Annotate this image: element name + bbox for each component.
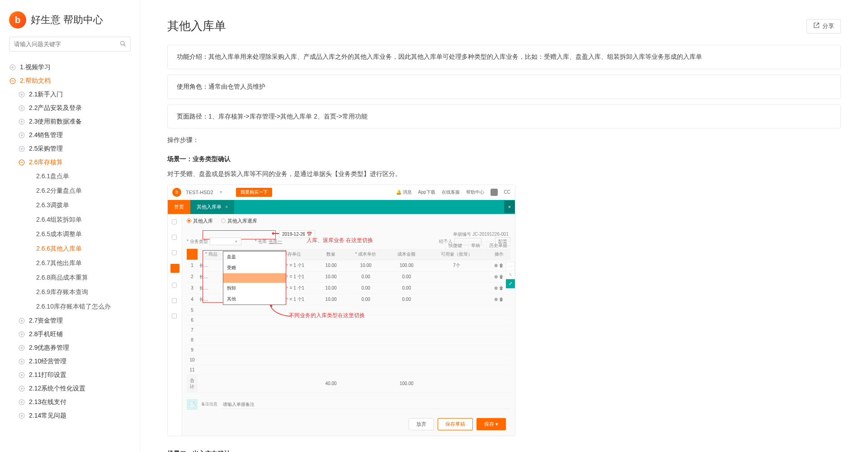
nav-262[interactable]: 2.6.2分量盘点单 xyxy=(36,184,131,198)
share-button[interactable]: 分享 xyxy=(807,19,841,33)
table-row: 11 xyxy=(187,365,510,375)
nav-267[interactable]: 2.6.7其他出库单 xyxy=(36,256,131,271)
plus-icon xyxy=(9,64,16,71)
ss-radio-return: 其他入库退库 xyxy=(221,218,257,224)
ss-footer: 放弃 保存草稿 保存 ▾ xyxy=(187,414,510,436)
remark-icon: 📄 xyxy=(187,399,198,410)
nav-help-doc[interactable]: 2.帮助文档 xyxy=(9,74,131,88)
nav-269[interactable]: 2.6.9库存账本查询 xyxy=(36,285,131,300)
plus-icon xyxy=(18,331,25,338)
dd-opt-selected xyxy=(223,273,286,283)
ss-rail: ▢ ▢ ▢ ▢ ▢ ▢ xyxy=(168,214,182,436)
annotation-text-1: 入库、退库业务 在这里切换 xyxy=(307,237,373,244)
scene1-title: 场景一：业务类型确认 xyxy=(167,155,841,163)
nav-28[interactable]: 2.8手机旺铺 xyxy=(18,328,131,341)
plus-icon xyxy=(18,91,25,98)
nav-212[interactable]: 2.12系统个性化设置 xyxy=(18,382,131,395)
svg-point-0 xyxy=(121,41,124,45)
side-icon-active: ⤢ xyxy=(506,279,515,288)
th-amt: 成本金额 xyxy=(387,249,425,260)
plus-icon xyxy=(18,118,25,125)
nav-210[interactable]: 2.10经营管理 xyxy=(18,355,131,368)
ss-close-all: × xyxy=(504,200,515,213)
ss-buy-button: 我要购买一下 xyxy=(236,188,272,197)
intro-box: 功能介绍：其他入库单用来处理除采购入库、产成品入库之外的其他入库业务，因此其他入… xyxy=(167,45,841,69)
nav-25[interactable]: 2.5采购管理 xyxy=(18,142,131,156)
dd-opt: 受赠 xyxy=(223,262,286,273)
main-content: 其他入库单 分享 功能介绍：其他入库单用来处理除采购入库、产成品入库之外的其他入… xyxy=(140,0,868,452)
nav-22[interactable]: 2.2产品安装及登录 xyxy=(18,101,131,115)
path-text: 1、库存核算->库存管理->其他入库单 2、首页->常用功能 xyxy=(208,113,368,120)
plus-icon xyxy=(18,145,25,152)
nav-213[interactable]: 2.13在线支付 xyxy=(18,395,131,409)
rail-icon: ▢ xyxy=(171,248,179,256)
logo-icon: b xyxy=(9,11,26,29)
nav-266[interactable]: 2.6.6其他入库单 xyxy=(36,242,131,256)
rail-icon: ▢ xyxy=(171,312,179,319)
nav-27[interactable]: 2.7资金管理 xyxy=(18,314,131,328)
nav-2610[interactable]: 2.6.10库存账本错了怎么办 xyxy=(36,300,131,314)
th-op: 操作 xyxy=(487,249,510,260)
logo: b 好生意 帮助中心 xyxy=(9,11,131,29)
rail-icon-active xyxy=(170,264,179,273)
nav-264[interactable]: 2.6.4组装拆卸单 xyxy=(36,213,131,227)
search-box xyxy=(9,37,131,52)
steps-label: 操作步骤： xyxy=(167,134,841,146)
nav-23[interactable]: 2.3使用前数据准备 xyxy=(18,115,131,128)
plus-icon xyxy=(18,344,25,352)
intro-text: 其他入库单用来处理除采购入库、产成品入库之外的其他入库业务，因此其他入库单可处理… xyxy=(208,53,702,60)
remark-label: 备注信息 xyxy=(201,401,217,407)
nav-263[interactable]: 2.6.3调拨单 xyxy=(36,198,131,213)
dd-opt: 拆卸 xyxy=(223,283,286,294)
plus-icon xyxy=(18,105,25,112)
ss-content: 其他入库 其他入库退库 入库、退库业务 在这里切换 2019-12-26 📅 单… xyxy=(182,214,515,436)
ss-top-msg: 🔔 消息 xyxy=(396,189,412,195)
ss-remark: 📄 备注信息 xyxy=(187,399,510,410)
dd-opt: 其他 xyxy=(223,294,286,305)
ss-top-svc: 在线客服 xyxy=(442,189,460,195)
plus-icon xyxy=(18,358,25,365)
nav-21[interactable]: 2.1新手入门 xyxy=(18,88,131,101)
ss-topbar: b TEST-HSD2 ▾ 我要购买一下 🔔 消息 App下载 在线客服 帮助中… xyxy=(168,185,515,200)
nav-video[interactable]: 1.视频学习 xyxy=(9,61,131,74)
minus-icon xyxy=(9,77,16,85)
nav-268[interactable]: 2.6.8商品成本重算 xyxy=(36,271,131,285)
ss-order-no: 单据编号 JC-20191226-001 xyxy=(453,231,509,238)
nav-211[interactable]: 2.11打印设置 xyxy=(18,368,131,382)
rail-icon: ▢ xyxy=(171,218,179,225)
plus-icon xyxy=(18,399,25,406)
dd-opt: 盘盈 xyxy=(223,252,286,262)
svg-line-1 xyxy=(124,44,126,46)
ss-draft-btn: 保存草稿 xyxy=(438,418,473,430)
side-icon: ✎ xyxy=(506,271,515,280)
ss-side-icons: ⋯ ✎ ⤢ xyxy=(506,262,515,288)
side-icon: ⋯ xyxy=(506,262,515,271)
ss-date: 2019-12-26 📅 xyxy=(279,230,315,238)
table-row: 9 xyxy=(187,345,510,355)
role-box: 使用角色：通常由仓管人员维护 xyxy=(167,75,841,99)
ss-logo-icon: b xyxy=(172,188,181,197)
nav-26[interactable]: 2.6库存核算 xyxy=(18,156,131,169)
nav-261[interactable]: 2.6.1盘点单 xyxy=(36,169,131,184)
plus-icon xyxy=(18,132,25,139)
nav: 1.视频学习 2.帮助文档 2.1新手入门 2.2产品安装及登录 2.3使用前数… xyxy=(9,61,131,423)
nav-265[interactable]: 2.6.5成本调整单 xyxy=(36,227,131,242)
ss-biztype-field: * 业务类型 ▾ xyxy=(187,238,241,245)
search-input[interactable] xyxy=(9,37,131,52)
ss-radio-in: 其他入库 xyxy=(187,218,213,224)
annotation-text-2: 不同业务的入库类型在这里切换 xyxy=(289,312,365,319)
rail-icon: ▢ xyxy=(171,281,179,288)
nav-29[interactable]: 2.9优惠券管理 xyxy=(18,341,131,355)
table-totals: 合计40.00100.00 xyxy=(187,375,510,392)
nav-214[interactable]: 2.14常见问题 xyxy=(18,409,131,423)
ss-link-shortcut: 快捷键 xyxy=(445,241,465,250)
plus-icon xyxy=(18,412,25,419)
search-icon[interactable] xyxy=(120,40,126,48)
embedded-screenshot: b TEST-HSD2 ▾ 我要购买一下 🔔 消息 App下载 在线客服 帮助中… xyxy=(167,185,515,436)
plus-icon xyxy=(18,317,25,324)
share-icon xyxy=(813,22,820,30)
scene2-title: 场景二：出入方向确认 xyxy=(167,450,841,452)
minus-icon xyxy=(18,159,25,166)
nav-24[interactable]: 2.4销售管理 xyxy=(18,128,131,142)
annotation-arrow-2 xyxy=(269,304,292,317)
